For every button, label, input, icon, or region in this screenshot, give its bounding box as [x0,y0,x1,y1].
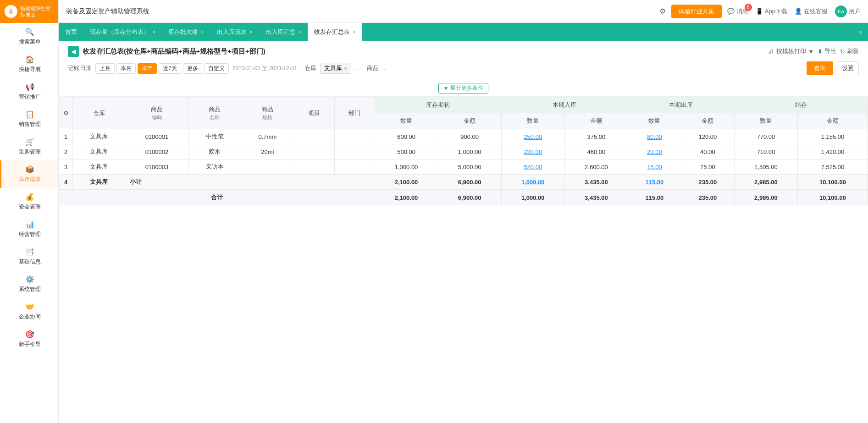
chevron-down-icon: ▼ [808,48,814,55]
warehouse-filter-section: 仓库 文具库 × ... [304,63,359,74]
app-download-button[interactable]: 📱 App下载 [756,7,787,16]
warehouse-tag: 文具库 × [320,63,351,74]
th-bal-qty: 数量 [734,113,797,129]
date-btn-custom[interactable]: 自定义 [204,63,229,74]
total-row: 合计 2,100.00 6,900.00 1,000.00 3,435.00 1… [59,190,868,205]
tab-close-stock-summary[interactable]: × [353,29,356,35]
system-title: 装备及固定资产辅助管理系统 [66,7,654,16]
goods-filter-section: 商品 ... [367,64,387,72]
date-filter-section: 记账日期 上月 本月 本年 近7天 更多 自定义 2023-01-01 至 20… [68,63,297,74]
sidebar-item-collab[interactable]: 🤝 企业协同 [0,298,58,325]
sidebar-item-marketing[interactable]: 📢 营销推广 [0,78,58,105]
operations-icon: 📊 [25,220,34,229]
basic-info-icon: 📑 [25,247,34,256]
trial-button[interactable]: 体验行业方案 [671,5,722,18]
guide-icon: 🎯 [25,330,34,339]
page-action-buttons: 🖨 按模板打印 ▼ ⬇ 导出 ↻ 刷新 [768,47,859,55]
date-btn-more[interactable]: 更多 [183,63,202,74]
table-row: 1 文具库 0100001 中性笔 0.7mm 600.00 900.00 25… [59,129,868,144]
header-actions: 💬 消息 6 📱 App下载 👤 在线客服 Ea 用户 [727,5,861,17]
table-row: 3 文具库 0100003 采访本 1,000.00 5,000.00 520.… [59,159,868,175]
row3-out-qty-link[interactable]: 15.00 [628,159,681,175]
search-icon: 🔍 [25,27,34,36]
online-service-button[interactable]: 👤 在线客服 [795,7,828,16]
purchase-icon: 🛒 [25,137,34,146]
tab-home[interactable]: 首页 [59,23,83,41]
warehouse-tag-close[interactable]: × [344,66,347,71]
date-btn-this-year[interactable]: 本年 [138,63,157,74]
inventory-icon: 📦 [25,165,34,174]
goods-more[interactable]: ... [382,65,387,71]
sidebar-item-operations[interactable]: 📊 经营管理 [0,215,58,243]
marketing-icon: 📢 [25,82,34,91]
th-open-qty: 数量 [375,113,438,129]
logo-icon: 6 [5,5,17,18]
sidebar-item-finance[interactable]: 💰 资金管理 [0,188,58,215]
page-content: ◀ 收发存汇总表(按仓库+商品编码+商品+规格型号+项目+部门) 🖨 按模板打印… [59,41,868,423]
main-area: 装备及固定资产辅助管理系统 ⚙ 体验行业方案 💬 消息 6 📱 App下载 👤 … [59,0,868,423]
date-range: 2023-01-01 至 2023-12-31 [232,65,297,72]
expand-conditions-button[interactable]: ▼ 展开更多条件 [438,83,489,93]
top-header: 装备及固定资产辅助管理系统 ⚙ 体验行业方案 💬 消息 6 📱 App下载 👤 … [59,0,868,23]
th-goods-code: 商品编码 [125,97,188,129]
export-button[interactable]: ⬇ 导出 [818,47,836,55]
settings-icon[interactable]: ⚙ [659,7,666,15]
th-dept: 部门 [334,97,375,129]
notification-badge: 6 [745,4,752,11]
date-btn-last-month[interactable]: 上月 [95,63,115,74]
sidebar-item-inventory[interactable]: 📦 库存核算 [0,160,58,188]
th-goods-spec: 商品规格 [241,97,294,129]
date-btn-7days[interactable]: 近7天 [159,63,181,74]
collab-icon: 🤝 [25,302,34,311]
page-header-section: ◀ 收发存汇总表(按仓库+商品编码+商品+规格型号+项目+部门) 🖨 按模板打印… [59,41,868,57]
sidebar-item-sales[interactable]: 📋 销售管理 [0,105,58,133]
tab-inventory-dist[interactable]: 现存量（库存分布表） × [83,23,162,41]
row3-in-qty-link[interactable]: 520.00 [501,159,564,175]
row2-in-qty-link[interactable]: 230.00 [501,144,564,159]
subtotal-out-qty-link[interactable]: 115.00 [628,175,681,190]
tab-close-batch-account[interactable]: × [201,29,204,35]
tab-inout-flow[interactable]: 出入库流水 × [210,23,259,41]
sidebar: 6 畅捷通好生意 标准版 🔍 搜索菜单 🏠 快捷导航 📢 营销推广 📋 销售管理… [0,0,59,423]
date-btn-this-month[interactable]: 本月 [116,63,136,74]
finance-icon: 💰 [25,192,34,201]
tab-stock-summary[interactable]: 收发存汇总表 × [308,23,362,41]
app-logo: 6 畅捷通好生意 标准版 [0,0,58,23]
user-menu[interactable]: Ea 用户 [835,5,861,17]
tab-bar-close[interactable]: × [853,28,868,36]
row2-out-qty-link[interactable]: 20.00 [628,144,681,159]
filter-settings-button[interactable]: 设置 [837,61,859,75]
sidebar-item-purchase[interactable]: 🛒 采购管理 [0,133,58,160]
th-bal-amt: 金额 [797,113,868,129]
sidebar-item-quicknav[interactable]: 🏠 快捷导航 [0,50,58,78]
expand-icon: ▼ [443,85,449,92]
sidebar-item-system[interactable]: ⚙️ 系统管理 [0,270,58,298]
query-button[interactable]: 查询 [807,61,833,75]
tab-close-inout-flow[interactable]: × [249,29,253,35]
filter-bar: 记账日期 上月 本月 本年 近7天 更多 自定义 2023-01-01 至 20… [59,57,868,80]
collapse-button[interactable]: ◀ [68,46,79,57]
sidebar-item-search[interactable]: 🔍 搜索菜单 [0,23,58,50]
tab-close-inout-summary[interactable]: × [298,29,301,35]
tab-inout-summary[interactable]: 出入库汇总 × [259,23,308,41]
data-table: ⚙ 仓库 商品编码 商品名称 商品规格 项目 部门 库存期初 本期入库 本期出库… [59,97,868,205]
page-title: 收发存汇总表(按仓库+商品编码+商品+规格型号+项目+部门) [83,47,265,56]
tab-batch-account[interactable]: 库存批次账 × [162,23,210,41]
sidebar-item-basic-info[interactable]: 📑 基础信息 [0,243,58,270]
home-icon: 🏠 [25,55,34,64]
refresh-button[interactable]: ↻ 刷新 [840,47,859,55]
row1-out-qty-link[interactable]: 80.00 [628,129,681,144]
logo-text: 畅捷通好生意 标准版 [20,5,50,18]
messages-button[interactable]: 💬 消息 6 [727,7,748,16]
th-group-period-in: 本期入库 [501,97,628,113]
settings-area: ⚙ [659,7,666,16]
th-settings: ⚙ [59,97,73,129]
subtotal-in-qty-link[interactable]: 1,000.00 [501,175,564,190]
print-button[interactable]: 🖨 按模板打印 ▼ [768,47,814,55]
th-out-qty: 数量 [628,113,681,129]
warehouse-more[interactable]: ... [355,65,359,71]
row1-in-qty-link[interactable]: 250.00 [501,129,564,144]
th-warehouse: 仓库 [73,97,125,129]
tab-close-inventory-dist[interactable]: × [152,29,155,35]
sidebar-item-guide[interactable]: 🎯 新手引导 [0,325,58,353]
